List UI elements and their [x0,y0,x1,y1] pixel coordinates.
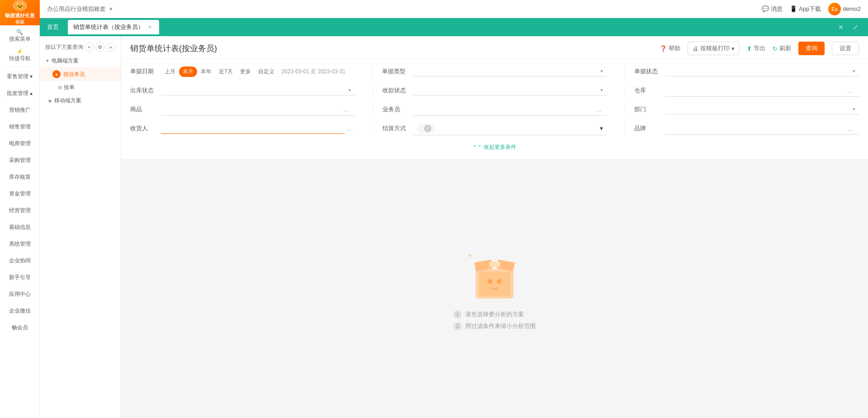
salesman-input[interactable]: ... [413,104,607,116]
export-btn[interactable]: ⬆ 导出 [747,44,765,52]
date-filter-field: 单据日期 上月 本月 本年 近7天 更多 自定义 2023-03-01 至 20… [130,66,345,77]
sidebar-item-corp[interactable]: 企业协同 [0,252,39,269]
consignee-input[interactable] [161,123,345,134]
sidebar-item-purchase[interactable]: 采购管理 [0,152,39,169]
tab-home[interactable]: 首页 [40,18,66,36]
add-scheme-btn[interactable]: + [85,43,94,52]
tab-close-btn[interactable]: × [146,24,154,31]
warehouse-input[interactable]: ... [665,85,859,97]
filter-divider-7 [373,122,373,135]
date-btn-7days[interactable]: 近7天 [215,66,236,77]
collectstatus-field: 收款状态 ▾ [382,86,607,95]
tab-expand-btn[interactable]: ⤢ [850,22,861,33]
main-area: 办公用品行业模拟账套 ▾ 💬 消息 📱 App下载 Ea demo2 首页 销货… [40,0,868,418]
goods-dots-icon[interactable]: ... [341,105,351,114]
date-btn-more[interactable]: 更多 [236,66,255,77]
help-btn[interactable]: ❓ 帮助 [660,44,680,52]
query-btn[interactable]: 查询 [798,42,825,55]
settings-btn[interactable]: 设置 [832,42,859,55]
collapse-label: 收起更多条件 [484,143,516,151]
sidebar-item-appcenter[interactable]: 应用中心 [0,286,39,303]
corp-label: 企业协同 [9,257,31,264]
filter-divider-6 [625,103,625,116]
sidebar-search[interactable]: 🔍 搜索菜单 [0,25,39,47]
dept-select[interactable]: ▾ [665,104,859,114]
tab-close-all-btn[interactable]: ✕ [835,22,846,33]
sidebar-item-ecom[interactable]: 电商管理 [0,135,39,152]
date-btn-thisyear[interactable]: 本年 [197,66,215,77]
pc-scheme-group: ▼ 电脑端方案 ● 按业务员 ⊞ 按单 [40,54,121,94]
scheme-by-salesman[interactable]: ● 按业务员 [40,67,121,81]
pc-scheme-group-header[interactable]: ▼ 电脑端方案 [40,54,121,67]
system-label: 系统管理 [9,241,31,247]
sidebar-item-wechat[interactable]: 企业微信 [0,303,39,319]
warehouse-dots-icon[interactable]: ... [846,86,855,95]
sidebar-item-newbie[interactable]: 新手引导 [0,269,39,286]
filter-row-3: 商品 ... 业务员 ... [130,103,859,116]
collapse-btn[interactable]: ⌃⌃ 收起更多条件 [470,141,519,154]
mobile-scheme-label: 移动端方案 [54,97,81,104]
date-btn-lastmonth[interactable]: 上月 [161,66,179,77]
brand-dots-icon[interactable]: ... [846,124,855,133]
status-filter-select[interactable]: ▾ [665,66,859,76]
search-label: 搜索菜单 [9,36,31,42]
sidebar-item-wholesale[interactable]: 批发管理 ▴ [0,85,39,102]
filter-divider-1 [373,65,373,78]
consignee-dots-icon[interactable]: ... [345,124,354,133]
hint-num-2: 2 [453,322,462,330]
goods-input[interactable]: ... [161,104,355,116]
collapse-panel-btn[interactable]: « [106,43,115,52]
date-btn-custom[interactable]: 自定义 [255,66,278,77]
sidebar-item-inventory[interactable]: 库存核算 [0,169,39,185]
sidebar-item-operations[interactable]: 经营管理 [0,202,39,219]
sidebar-shortcut[interactable]: ⚡ 快捷导航 [0,47,39,64]
salesman-label: 业务员 [382,105,410,114]
help-icon: ❓ [660,45,667,52]
message-label: 消息 [771,5,783,13]
newbie-label: 新手引导 [9,274,31,280]
sidebar-item-marketing[interactable]: 营销推广 [0,102,39,119]
collapse-row: ⌃⌃ 收起更多条件 [130,141,859,154]
mobile-triangle-icon: ▶ [49,98,52,103]
settings-scheme-btn[interactable]: ⚙ [95,43,104,52]
brand-input[interactable]: ... [665,123,859,135]
shortcut-label: 快捷导航 [9,55,31,62]
svg-point-9 [497,279,501,284]
payment-clear-icon[interactable]: × [424,125,431,132]
type-filter-select[interactable]: ▾ [413,66,607,76]
payment-select[interactable]: × ▾ [413,122,607,135]
search-icon: 🔍 [16,29,23,35]
salesman-dots-icon[interactable]: ... [594,105,603,114]
sidebar-item-sales[interactable]: 销售管理 [0,119,39,135]
collectstatus-select[interactable]: ▾ [413,86,607,95]
sidebar-item-retail[interactable]: 零售管理 ▾ [0,68,39,85]
scheme-by-order[interactable]: ⊞ 按单 [40,81,121,94]
export-label: 导出 [754,44,765,52]
user-menu[interactable]: Ea demo2 [828,3,861,15]
empty-hints: 1 请先选择要分析的方案 2 用过滤条件来缩小分析范围 [453,310,536,334]
user-avatar: Ea [828,3,841,15]
print-btn[interactable]: 🖨 按模板打印 ▾ [688,42,740,55]
tab-sales-stats[interactable]: 销货单统计表（按业务员） × [68,20,159,34]
page-title: 销货单统计表(按业务员) [130,43,217,54]
right-panel: 销货单统计表(按业务员) ❓ 帮助 🖨 按模板打印 ▾ ⬆ 导出 [121,36,868,418]
sidebar-item-basic[interactable]: 基础信息 [0,219,39,236]
active-tab-label: 销货单统计表（按业务员） [73,23,144,31]
tabbar-right: ✕ ⤢ [835,22,868,33]
wholesale-label: 批发管理 [7,90,28,96]
filter-divider-8 [625,122,625,135]
refresh-btn[interactable]: ↻ 刷新 [773,44,791,52]
topbar-left: 办公用品行业模拟账套 ▾ [47,5,113,13]
industry-dropdown-icon[interactable]: ▾ [109,5,113,12]
sidebar-item-member[interactable]: 畅会员 [0,319,39,336]
date-range-display: 2023-03-01 至 2023-03-31 [282,68,345,76]
date-btn-thismonth[interactable]: 本月 [179,66,197,77]
type-filter-label: 单据类型 [382,67,409,76]
sidebar-item-system[interactable]: 系统管理 [0,236,39,252]
app-download-btn[interactable]: 📱 App下载 [790,5,821,13]
message-btn[interactable]: 💬 消息 [762,5,783,13]
mobile-scheme-header[interactable]: ▶ 移动端方案 [40,94,121,107]
type-filter-field: 单据类型 ▾ [382,66,607,76]
sidebar-item-finance[interactable]: 资金管理 [0,185,39,202]
outstatus-select[interactable]: ▾ [161,86,355,95]
